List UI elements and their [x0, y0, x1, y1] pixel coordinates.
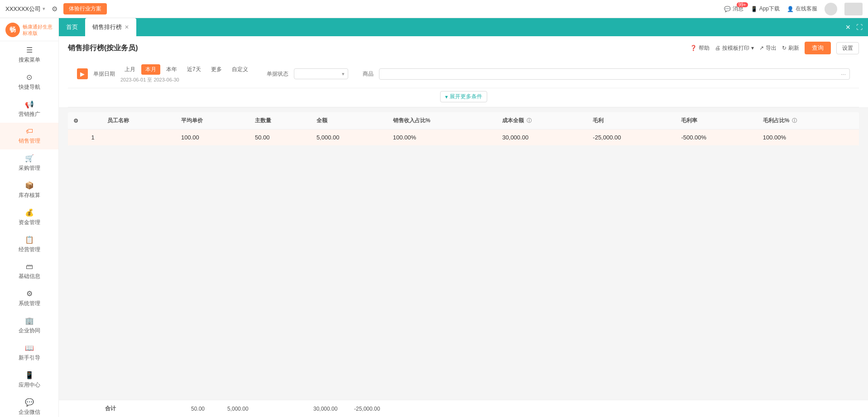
tab-bar: 首页 销售排行榜 ✕ ✕ ⛶ — [59, 18, 868, 36]
app-icon: 📱 — [751, 6, 758, 12]
th-rank — [84, 112, 102, 129]
th-avg-price: 平均单价 — [176, 112, 249, 129]
logo-icon: 畅 — [5, 23, 20, 37]
refresh-icon: ↻ — [782, 45, 786, 51]
goods-input[interactable]: ··· — [379, 68, 850, 80]
tab-close-window-icon[interactable]: ✕ — [845, 24, 851, 31]
sidebar-item-marketing[interactable]: 📢 营销推广 — [0, 96, 58, 123]
sidebar-logo: 畅 畅康通好生意 标准版 — [0, 18, 58, 41]
sidebar-label-purchase: 采购管理 — [19, 164, 40, 172]
refresh-btn[interactable]: ↻ 刷新 — [782, 44, 799, 52]
th-amount: 全额 — [311, 112, 388, 129]
row-rank: 1 — [84, 129, 102, 146]
sidebar-item-quick-nav[interactable]: ⊙ 快捷导航 — [0, 68, 58, 96]
marketing-icon: 📢 — [25, 100, 34, 109]
footer-amount: 5,000.00 — [222, 406, 263, 412]
row-amount: 5,000.00 — [311, 129, 388, 146]
settings-icon[interactable]: ⚙ — [49, 4, 60, 14]
status-label: 单据状态 — [267, 70, 288, 78]
th-emp-name: 员工名称 — [102, 112, 176, 129]
table-body: 1 100.00 50.00 5,000.00 100.00% 30,000.0… — [68, 129, 859, 146]
sidebar-label-system: 系统管理 — [19, 300, 40, 307]
sidebar-item-base-info[interactable]: 🗃 基础信息 — [0, 258, 58, 285]
chevron-down-icon: ▾ — [43, 6, 45, 12]
query-button[interactable]: 查询 — [805, 42, 831, 54]
company-selector[interactable]: XXXXXX公司 ▾ — [5, 5, 45, 13]
home-icon: ⊙ — [26, 73, 32, 81]
company-name: XXXXXX公司 — [5, 5, 41, 13]
print-btn[interactable]: 🖨 按模板打印 ▾ — [715, 44, 754, 52]
main-layout: 畅 畅康通好生意 标准版 ☰ 搜索菜单 ⊙ 快捷导航 📢 营销推广 🏷 销售管理… — [0, 18, 868, 417]
online-service-btn[interactable]: 👤 在线客服 — [787, 5, 817, 13]
message-icon: 💬 — [724, 6, 731, 12]
date-tab-more[interactable]: 更多 — [207, 64, 226, 75]
status-select[interactable] — [294, 68, 348, 79]
gross-pct-info-icon[interactable]: ⓘ — [792, 118, 797, 123]
date-tabs: 上月 本月 本年 近7天 更多 自定义 — [120, 64, 252, 75]
sidebar: 畅 畅康通好生意 标准版 ☰ 搜索菜单 ⊙ 快捷导航 📢 营销推广 🏷 销售管理… — [0, 18, 59, 417]
sidebar-item-system[interactable]: ⚙ 系统管理 — [0, 285, 58, 312]
date-tab-last-month[interactable]: 上月 — [120, 64, 139, 75]
settings-button[interactable]: 设置 — [836, 42, 859, 54]
date-tab-this-year[interactable]: 本年 — [162, 64, 181, 75]
date-label: 单据日期 — [93, 70, 115, 78]
sidebar-label-guide: 新手引导 — [19, 354, 40, 362]
filter-toggle-btn[interactable]: ▶ — [77, 68, 88, 79]
date-tab-custom[interactable]: 自定义 — [228, 64, 252, 75]
th-gross-pct: 毛利占比% ⓘ — [758, 112, 859, 129]
sidebar-label-search: 搜索菜单 — [19, 56, 40, 64]
row-gross-pct: 100.00% — [758, 129, 859, 146]
sidebar-item-wechat[interactable]: 💬 企业微信 — [0, 393, 58, 417]
footer-label: 合计 — [100, 405, 145, 412]
page-title-row: 销售排行榜(按业务员) ❓ 帮助 🖨 按模板打印 ▾ ↗ — [68, 42, 859, 54]
filter-area: ▶ 单据日期 上月 本月 本年 近7天 更多 自定义 2023-06-01 至 … — [68, 60, 859, 88]
sidebar-label-enterprise: 企业协同 — [19, 327, 40, 335]
sidebar-item-sales[interactable]: 🏷 销售管理 — [0, 123, 58, 149]
refresh-label: 刷新 — [788, 44, 799, 52]
row-emp-name — [102, 129, 176, 146]
tab-bar-actions: ✕ ⛶ — [845, 24, 868, 31]
base-info-icon: 🗃 — [26, 263, 33, 271]
date-tab-this-month[interactable]: 本月 — [141, 64, 160, 75]
operations-icon: 📋 — [25, 235, 34, 244]
help-label: 帮助 — [699, 44, 710, 52]
sidebar-item-purchase[interactable]: 🛒 采购管理 — [0, 149, 58, 177]
sidebar-item-inventory[interactable]: 📦 库存核算 — [0, 177, 58, 204]
row-gross: -25,000.00 — [587, 129, 676, 146]
export-btn[interactable]: ↗ 导出 — [759, 44, 777, 52]
tab-close-icon[interactable]: ✕ — [125, 24, 129, 30]
row-sales-pct: 100.00% — [388, 129, 497, 146]
app-center-icon: 📱 — [25, 371, 34, 379]
help-btn[interactable]: ❓ 帮助 — [690, 44, 710, 52]
sidebar-label-sales: 销售管理 — [19, 137, 40, 145]
date-tab-last7days[interactable]: 近7天 — [183, 64, 205, 75]
th-gross: 毛利 — [587, 112, 676, 129]
print-chevron-icon: ▾ — [751, 45, 754, 51]
sidebar-label-quick-nav: 快捷导航 — [19, 83, 40, 91]
message-btn[interactable]: 💬 消息 99+ — [724, 5, 743, 13]
avatar[interactable] — [825, 3, 837, 15]
sidebar-item-search[interactable]: ☰ 搜索菜单 — [0, 41, 58, 68]
sidebar-item-guide[interactable]: 📖 新手引导 — [0, 339, 58, 366]
th-settings[interactable]: ⚙ — [68, 112, 84, 129]
export-label: 导出 — [766, 44, 777, 52]
tab-sales-rank[interactable]: 销售排行榜 ✕ — [85, 18, 136, 36]
sidebar-item-app-center[interactable]: 📱 应用中心 — [0, 366, 58, 393]
trial-button[interactable]: 体验行业方案 — [63, 3, 107, 14]
row-cost: 30,000.00 — [497, 129, 587, 146]
app-download-label: App下载 — [759, 5, 780, 13]
expand-more-label: 展开更多条件 — [450, 93, 482, 101]
row-avg-price: 100.00 — [176, 129, 249, 146]
sidebar-item-enterprise[interactable]: 🏢 企业协同 — [0, 312, 58, 339]
sidebar-item-finance[interactable]: 💰 资金管理 — [0, 204, 58, 231]
cost-info-icon[interactable]: ⓘ — [527, 118, 532, 123]
tab-home[interactable]: 首页 — [59, 18, 85, 36]
export-icon: ↗ — [759, 45, 764, 51]
footer-qty: 50.00 — [186, 406, 222, 412]
row-qty: 50.00 — [249, 129, 311, 146]
app-download-btn[interactable]: 📱 App下载 — [751, 5, 780, 13]
sidebar-item-operations[interactable]: 📋 经营管理 — [0, 231, 58, 258]
goods-dots[interactable]: ··· — [841, 71, 846, 77]
tab-maximize-icon[interactable]: ⛶ — [856, 24, 863, 31]
expand-more-btn[interactable]: ▾ 展开更多条件 — [440, 91, 487, 102]
